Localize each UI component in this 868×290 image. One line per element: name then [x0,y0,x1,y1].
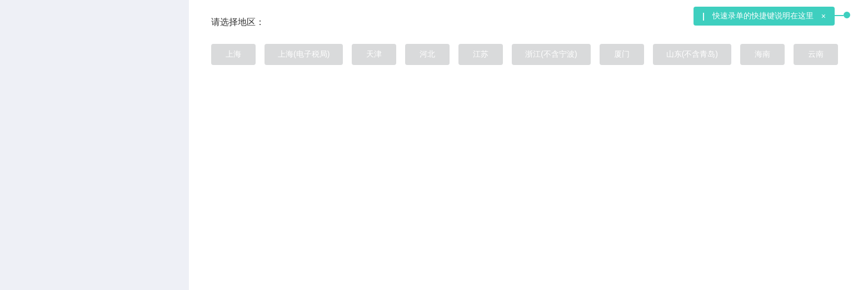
region-btn-shandong[interactable]: 山东(不含青岛) [653,44,731,65]
tooltip-banner: 快速录单的快捷键说明在这里 × [694,7,835,26]
region-btn-shanghai-etax[interactable]: 上海(电子税局) [265,44,343,65]
region-btn-shanghai[interactable]: 上海 [211,44,256,65]
tooltip-text: 快速录单的快捷键说明在这里 [712,11,814,21]
region-btn-zhejiang[interactable]: 浙江(不含宁波) [512,44,590,65]
tooltip-dot [844,12,850,18]
region-btn-tianjin[interactable]: 天津 [352,44,396,65]
main-content: 请选择地区： 上海上海(电子税局)天津河北江苏浙江(不含宁波)厦门山东(不含青岛… [189,0,868,290]
region-btn-jiangsu[interactable]: 江苏 [458,44,503,65]
region-btn-hebei[interactable]: 河北 [405,44,450,65]
tooltip-close-button[interactable]: × [821,12,826,21]
region-buttons-container: 上海上海(电子税局)天津河北江苏浙江(不含宁波)厦门山东(不含青岛)海南云南 [211,44,846,65]
region-btn-yunnan[interactable]: 云南 [794,44,838,65]
region-btn-hainan[interactable]: 海南 [740,44,785,65]
left-sidebar [0,0,189,290]
tooltip-line [834,15,844,16]
region-btn-xiamen[interactable]: 厦门 [600,44,644,65]
